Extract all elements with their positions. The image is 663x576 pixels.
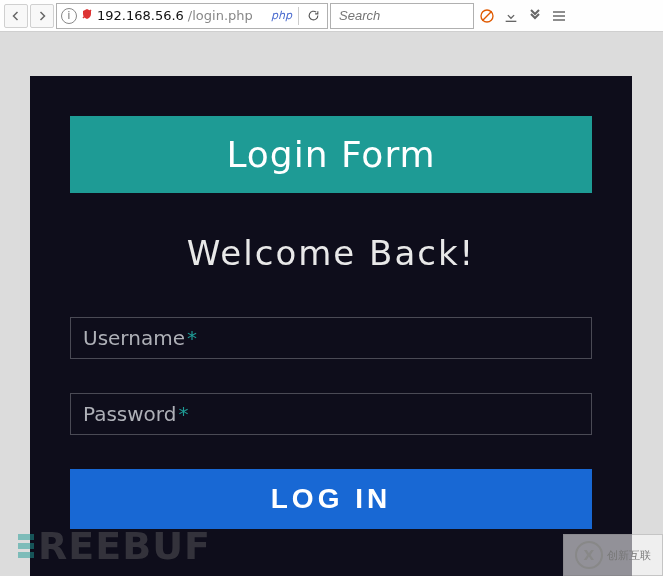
- login-card: Login Form Welcome Back! Username* Passw…: [30, 76, 632, 576]
- required-mark: *: [187, 326, 197, 350]
- divider: [298, 7, 299, 25]
- url-path: /login.php: [188, 8, 253, 23]
- overflow-icon[interactable]: [524, 8, 546, 24]
- password-label: Password: [83, 402, 176, 426]
- username-input[interactable]: [197, 327, 579, 350]
- required-mark: *: [178, 402, 188, 426]
- svg-rect-5: [506, 20, 517, 21]
- back-button[interactable]: [4, 4, 28, 28]
- login-button[interactable]: LOG IN: [70, 469, 592, 529]
- php-badge: php: [271, 9, 294, 22]
- url-bar[interactable]: i 192.168.56.6/login.php php: [56, 3, 328, 29]
- watermark-right-mono: X: [575, 541, 603, 569]
- welcome-text: Welcome Back!: [70, 233, 592, 273]
- blocked-icon[interactable]: [476, 8, 498, 24]
- form-header: Login Form: [70, 116, 592, 193]
- reload-button[interactable]: [303, 6, 323, 26]
- menu-icon[interactable]: [548, 8, 570, 24]
- browser-toolbar: i 192.168.56.6/login.php php: [0, 0, 663, 32]
- watermark-bars-icon: [18, 534, 34, 558]
- forward-button[interactable]: [30, 4, 54, 28]
- username-field[interactable]: Username*: [70, 317, 592, 359]
- svg-line-4: [482, 11, 491, 20]
- password-input[interactable]: [188, 403, 579, 426]
- watermark-right-label: 创新互联: [607, 548, 651, 563]
- url-host: 192.168.56.6: [97, 8, 184, 23]
- watermark-left: REEBUF: [18, 524, 211, 568]
- site-info-icon[interactable]: i: [61, 8, 77, 24]
- no-ssl-icon: [81, 8, 93, 23]
- password-field[interactable]: Password*: [70, 393, 592, 435]
- search-bar[interactable]: [330, 3, 474, 29]
- watermark-left-text: REEBUF: [38, 524, 211, 568]
- watermark-right: X 创新互联: [563, 534, 663, 576]
- page-body: Login Form Welcome Back! Username* Passw…: [0, 32, 663, 576]
- username-label: Username: [83, 326, 185, 350]
- downloads-icon[interactable]: [500, 8, 522, 24]
